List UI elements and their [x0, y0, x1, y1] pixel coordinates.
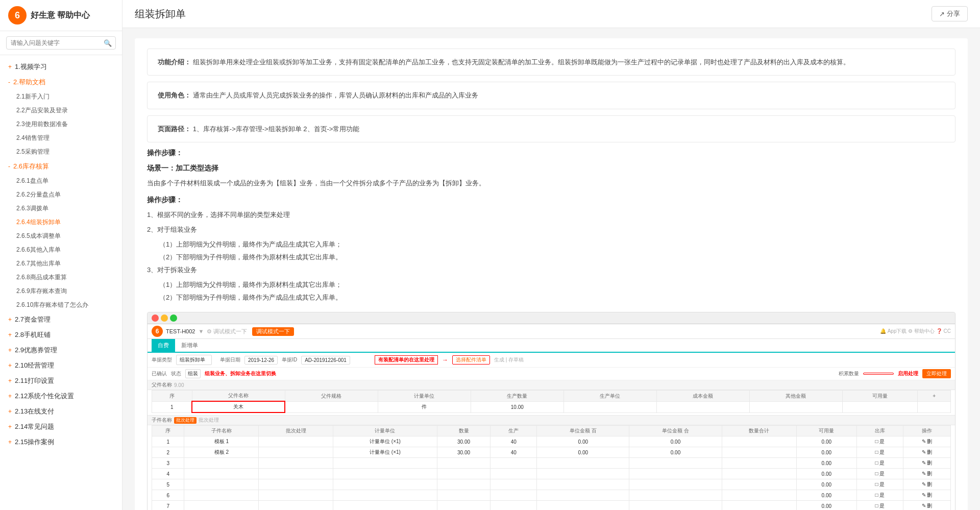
intro-text: 功能介绍： 组装拆卸单用来处理企业组装或拆卸等加工业务，支持有固定装配清单的产品…: [158, 58, 850, 66]
steps-title: 操作步骤：: [147, 149, 955, 158]
expand-icon-pay: +: [8, 408, 12, 415]
ss-confirm-btn[interactable]: 立即处理: [922, 369, 951, 378]
ss-tab-self[interactable]: 自费: [152, 339, 175, 353]
sidebar-item-video[interactable]: + 1.视频学习: [0, 59, 122, 75]
path-block: 页面路径： 1、库存核算->库存管理->组装拆卸单 2、首页->常用功能: [147, 115, 955, 142]
sidebar-item-payment[interactable]: + 2.13在线支付: [0, 404, 122, 419]
app-logo-icon: 6: [8, 6, 27, 25]
max-btn[interactable]: [170, 314, 177, 322]
sidebar-item-custom[interactable]: + 2.12系统个性化设置: [0, 388, 122, 404]
sidebar-item-newbie[interactable]: 2.1新手入门: [0, 90, 122, 104]
table-row: 1 关木 件 10.00: [152, 401, 951, 412]
expand-icon-cust: +: [8, 393, 12, 400]
sidebar-item-ops[interactable]: + 2.10经营管理: [0, 358, 122, 373]
screenshot-container: 6 TEST-H002 ▼ ⚙ 调试模式一下 调试模式一下 🔔 App下载 ⚙ …: [147, 312, 955, 510]
ss-orange-btn[interactable]: 调试模式一下: [252, 327, 294, 336]
sidebar-item-sales[interactable]: 2.4销售管理: [0, 131, 122, 145]
sidebar-item-install[interactable]: 2.2产品安装及登录: [0, 104, 122, 117]
sidebar-item-inv-2[interactable]: 2.6.2分量盘点单: [0, 188, 122, 202]
app-title: 好生意 帮助中心: [31, 10, 90, 21]
search-box[interactable]: 🔍: [0, 31, 122, 55]
ss-form-row1: 单据类型 组装拆卸单 单据日期 2019-12-26 单据ID AD-20191…: [148, 353, 955, 368]
ss-topbar-text: TEST-H002: [166, 328, 195, 334]
ss-main-table: 序 父件名称 父件规格 计量单位 生产数量 生产单位 成本金额 其他金额 可用量: [152, 390, 951, 413]
expand-icon-ops: +: [8, 362, 12, 369]
share-button[interactable]: ↗ 分享: [932, 6, 968, 21]
role-text: 使用角色： 通常由生产人员或库管人员完成拆装业务的操作，库管人员确认原材料的出库…: [158, 91, 478, 99]
expand-icon-coup: +: [8, 347, 12, 354]
annotation-type: 组装业务、拆卸业务在这里切换: [205, 370, 276, 377]
sidebar-item-mobile[interactable]: + 2.8手机旺铺: [0, 327, 122, 343]
search-icon: 🔍: [104, 39, 112, 47]
step2: 2、对于组装业务: [147, 224, 955, 235]
sidebar-logo: 6 好生意 帮助中心: [0, 0, 122, 31]
sidebar-item-coupon[interactable]: + 2.9优惠券管理: [0, 343, 122, 358]
steps-section: 操作步骤： 场景一：加工类型选择 当由多个子件材料组装成一个成品的业务为【组装】…: [147, 149, 955, 510]
sidebar-item-inv-7[interactable]: 2.6.7其他出库单: [0, 257, 122, 271]
child-row-1: 1 模板 1 计量单位 (×1) 30.00 40 0.00 0.00: [152, 436, 951, 447]
sidebar-item-inv-9[interactable]: 2.6.9库存账本查询: [0, 284, 122, 298]
child-row-7: 7 0.00 □ 是: [152, 501, 951, 510]
ss-parent-table-header: 父件名称 9.00: [148, 380, 955, 390]
step2-1: （1）上部明细为父件明细，最终作为产成品生成其它入库单；: [147, 238, 955, 251]
scenario-title: 场景一：加工类型选择: [147, 164, 955, 173]
content-area: 功能介绍： 组装拆卸单用来处理企业组装或拆卸等加工业务，支持有固定装配清单的产品…: [122, 28, 980, 510]
sidebar-item-faq[interactable]: + 2.14常见问题: [0, 419, 122, 434]
main-header: 组装拆卸单 ↗ 分享: [122, 0, 980, 28]
sidebar-item-inv-4[interactable]: 2.6.4组装拆卸单: [0, 215, 122, 229]
ss-select-bom-btn[interactable]: 选择配件清单: [452, 355, 490, 365]
main-content: 组装拆卸单 ↗ 分享 功能介绍： 组装拆卸单用来处理企业组装或拆卸等加工业务，支…: [122, 0, 980, 510]
child-row-4: 4 0.00 □ 是: [152, 469, 951, 479]
nav-tree: + 1.视频学习 - 2.帮助文档 2.1新手入门 2.2产品安装及登录 2.3…: [0, 55, 122, 510]
expand-icon-case: +: [8, 439, 12, 446]
sidebar-item-cases[interactable]: + 2.15操作案例: [0, 434, 122, 450]
ss-nav-tabs: 自费 新增单: [148, 339, 955, 353]
child-row-6: 6 0.00 □ 是: [152, 490, 951, 501]
sidebar-item-inv-8[interactable]: 2.6.8商品成本重算: [0, 271, 122, 284]
sidebar-item-inv-6[interactable]: 2.6.6其他入库单: [0, 243, 122, 257]
step1: 1、根据不同的业务，选择不同单据的类型来处理: [147, 209, 955, 221]
sidebar-item-inv-10[interactable]: 2.6.10库存账本错了怎么办: [0, 298, 122, 312]
sidebar-item-inv-1[interactable]: 2.6.1盘点单: [0, 174, 122, 188]
annotation-bom: 有装配清单的在这里处理: [375, 355, 438, 365]
expand-icon: +: [8, 63, 12, 70]
ss-tab-new[interactable]: 新增单: [175, 339, 204, 352]
step3-2: （2）下部明细为子件明细，最终作为产成品生成其它入库单。: [147, 292, 955, 304]
sidebar-item-inv-5[interactable]: 2.6.5成本调整单: [0, 229, 122, 243]
ops-title: 操作步骤：: [147, 196, 955, 205]
ss-child-table: 序 子件名称 批次处理 计量单位 数量 生产 单位金额 百 单位金额 合 数量合…: [152, 425, 951, 510]
sidebar-item-finance[interactable]: + 2.7资金管理: [0, 312, 122, 327]
collapse-icon: -: [8, 79, 10, 86]
parent-name-cell[interactable]: 关木: [192, 401, 285, 412]
share-icon: ↗: [939, 10, 945, 18]
step3-1: （1）上部明细为父件明细，最终作为原材料生成其它出库单；: [147, 279, 955, 292]
path-text: 页面路径： 1、库存核算->库存管理->组装拆卸单 2、首页->常用功能: [158, 125, 359, 133]
main-content-wrapper: 功能介绍： 组装拆卸单用来处理企业组装或拆卸等加工业务，支持有固定装配清单的产品…: [135, 38, 968, 510]
expand-icon-mob: +: [8, 331, 12, 338]
role-block: 使用角色： 通常由生产人员或库管人员完成拆装业务的操作，库管人员确认原材料的出库…: [147, 82, 955, 109]
page-title: 组装拆卸单: [135, 7, 186, 21]
intro-block: 功能介绍： 组装拆卸单用来处理企业组装或拆卸等加工业务，支持有固定装配清单的产品…: [147, 48, 955, 76]
close-btn[interactable]: [152, 314, 159, 322]
child-row-3: 3 0.00 □ 是: [152, 458, 951, 469]
annotation-activate: 启用处理: [898, 370, 918, 377]
collapse-icon-inv: -: [8, 163, 10, 170]
sidebar-item-print[interactable]: + 2.11打印设置: [0, 373, 122, 388]
child-row-2: 2 模板 2 计量单位 (×1) 30.00 40 0.00 0.00: [152, 447, 951, 458]
expand-icon-print: +: [8, 377, 12, 384]
child-row-5: 5 0.00 □ 是: [152, 479, 951, 490]
search-input[interactable]: [6, 36, 116, 50]
ss-logo: 6: [152, 326, 163, 337]
sidebar-item-data-prep[interactable]: 2.3使用前数据准备: [0, 117, 122, 131]
ss-child-table-container: 序 子件名称 批次处理 计量单位 数量 生产 单位金额 百 单位金额 合 数量合…: [148, 425, 955, 510]
step2-2: （2）下部明细为子件明细，最终作为原材料生成其它出库单。: [147, 251, 955, 264]
sidebar-item-inventory[interactable]: - 2.6库存核算: [0, 159, 122, 174]
expand-icon-fin: +: [8, 316, 12, 323]
sidebar: 6 好生意 帮助中心 🔍 + 1.视频学习 - 2.帮助文档 2.1新手入门 2…: [0, 0, 122, 510]
ss-child-table-header: 子件名称 批次处理 批次处理: [148, 415, 955, 425]
sidebar-item-inv-3[interactable]: 2.6.3调拨单: [0, 202, 122, 215]
ss-qty-input[interactable]: [863, 373, 894, 375]
sidebar-item-purchase[interactable]: 2.5采购管理: [0, 145, 122, 159]
sidebar-item-docs[interactable]: - 2.帮助文档: [0, 75, 122, 90]
min-btn[interactable]: [161, 314, 168, 322]
